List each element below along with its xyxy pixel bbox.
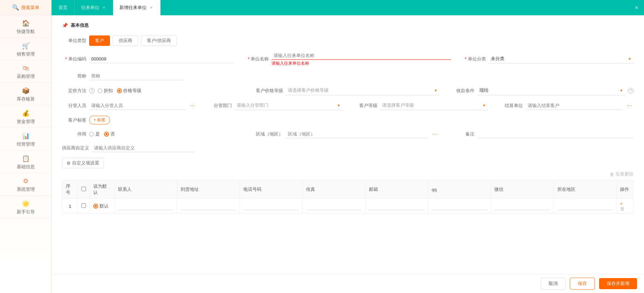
manager-more-btn[interactable]: ··· <box>189 103 197 109</box>
cell-qq <box>428 199 490 214</box>
unit-category-label: 单位分类 <box>462 56 486 62</box>
qq-input[interactable] <box>432 202 487 210</box>
row-add-btn[interactable]: + <box>620 201 623 206</box>
sidebar-item-sales[interactable]: 🛒 销售管理 <box>0 38 51 60</box>
custom-settings-button[interactable]: ⚙ 自定义项设置 <box>62 158 104 168</box>
batch-delete-area: 🗑 批量删除 <box>62 171 634 177</box>
fax-input[interactable] <box>306 202 361 210</box>
unit-type-buttons: 客户 供应商 客户/供应商 <box>89 35 177 46</box>
pricing-help-icon[interactable]: ? <box>89 88 95 93</box>
customer-level-placeholder: 请选择客户等级 <box>382 102 414 108</box>
disable-region-row: 停用 是 否 区域（地区） ··· <box>62 130 634 138</box>
pin-icon: 📌 <box>62 23 68 28</box>
wechat-input[interactable] <box>494 202 550 210</box>
sidebar-search[interactable]: 🔍 搜索菜单 <box>0 0 51 15</box>
unit-category-select[interactable]: 未分类 ▼ <box>489 54 634 64</box>
contact-table: 序号 设为默认 联系人 到货地址 电话号码 传真 邮箱 qq 微信 所在地区 操… <box>62 180 634 214</box>
payment-terms-select[interactable]: 现结 ▼ <box>477 86 625 95</box>
sidebar-item-label: 经营管理 <box>17 141 35 147</box>
row-checkbox[interactable] <box>81 203 86 208</box>
unit-btn-supplier[interactable]: 供应商 <box>113 35 138 46</box>
save-button[interactable]: 保存 <box>570 278 595 290</box>
remark-label: 备注 <box>450 131 474 137</box>
sidebar-item-inventory[interactable]: 📦 库存核算 <box>0 83 51 105</box>
row-region-input[interactable] <box>557 202 613 210</box>
cell-phone <box>240 199 303 214</box>
region-more-btn[interactable]: ··· <box>431 131 439 137</box>
col-contact: 联系人 <box>114 180 177 199</box>
sidebar-item-label: 资金管理 <box>17 119 35 125</box>
save-new-button[interactable]: 保存并新增 <box>599 278 637 289</box>
contact-input[interactable] <box>118 202 173 210</box>
tab-bar-close-all[interactable]: × <box>629 4 644 11</box>
address-input[interactable] <box>181 202 236 210</box>
radio-disable-yes[interactable]: 是 <box>89 131 100 137</box>
customer-price-level-select[interactable]: 请选择客户价格等级 ▼ <box>286 86 439 95</box>
region-input[interactable] <box>286 130 428 138</box>
radio-discount-label: 折扣 <box>104 88 113 94</box>
supplier-custom-input[interactable] <box>92 144 194 152</box>
remark-input[interactable] <box>477 130 634 138</box>
dept-placeholder: 请输入分管部门 <box>237 102 268 108</box>
unit-name-input[interactable] <box>272 51 451 60</box>
unit-category-group: 单位分类 未分类 ▼ <box>462 54 634 64</box>
sidebar-item-operations[interactable]: 📊 经营管理 <box>0 128 51 150</box>
bag-icon: 🛍 <box>23 65 29 72</box>
col-qq: qq <box>428 180 490 199</box>
dept-select[interactable]: 请输入分管部门 ▼ <box>235 101 343 110</box>
cell-contact <box>114 199 177 214</box>
unit-btn-both[interactable]: 客户/供应商 <box>141 35 177 46</box>
sidebar-item-label: 系统管理 <box>17 186 35 193</box>
main-area: 首页 往来单位 × 新增往来单位 × × 📌 基本信息 单位类型 客户 供应商 … <box>52 0 644 293</box>
tab-home-label: 首页 <box>58 5 68 11</box>
short-name-input[interactable] <box>89 72 184 80</box>
email-input[interactable] <box>369 202 424 210</box>
tag-label: 客户标签 <box>62 117 86 123</box>
select-all-checkbox[interactable] <box>81 187 86 191</box>
custom-settings-row: ⚙ 自定义项设置 <box>62 158 634 168</box>
col-region: 所在地区 <box>553 180 616 199</box>
col-phone: 电话号码 <box>240 180 303 199</box>
unit-btn-customer[interactable]: 客户 <box>89 35 110 46</box>
tab-home[interactable]: 首页 <box>52 0 75 15</box>
col-address: 到货地址 <box>177 180 239 199</box>
dept-label: 分管部门 <box>207 103 232 109</box>
radio-discount[interactable]: 折扣 <box>97 88 113 94</box>
radio-disable-yes-circle <box>89 132 94 137</box>
region-label: 区域（地区） <box>256 131 283 137</box>
sidebar-item-quick-nav[interactable]: 🏠 快捷导航 <box>0 15 51 38</box>
customer-level-select[interactable]: 请选择客户等级 ▼ <box>380 101 488 110</box>
tab-new-partner[interactable]: 新增往来单位 × <box>113 0 160 15</box>
radio-disable-yes-label: 是 <box>95 131 100 137</box>
sidebar-item-basic-info[interactable]: 📋 基础信息 <box>0 150 51 173</box>
cancel-button[interactable]: 取消 <box>541 278 566 290</box>
sidebar-item-label: 库存核算 <box>17 96 35 102</box>
settlement-unit-input[interactable] <box>526 101 622 110</box>
batch-delete-label[interactable]: 批量删除 <box>615 171 634 177</box>
sidebar-item-finance[interactable]: 💰 资金管理 <box>0 105 51 128</box>
tab-new-partner-close[interactable]: × <box>149 5 154 11</box>
payment-terms-group: 收款条件 现结 ▼ ? <box>450 86 634 95</box>
tab-partners[interactable]: 往来单位 × <box>75 0 113 15</box>
category-arrow-icon: ▼ <box>628 57 631 61</box>
sidebar-item-label: 基础信息 <box>17 164 35 170</box>
search-icon: 🔍 <box>12 4 19 11</box>
radio-disable-no[interactable]: 否 <box>104 131 115 137</box>
row-default-radio[interactable]: 默认 <box>93 203 110 209</box>
sidebar-item-purchase[interactable]: 🛍 采购管理 <box>0 60 51 83</box>
sidebar-item-system[interactable]: ⚙ 系统管理 <box>0 173 51 196</box>
settlement-unit-more-btn[interactable]: ··· <box>625 103 634 109</box>
short-name-label: 简称 <box>62 73 86 79</box>
tab-partners-label: 往来单位 <box>81 5 99 11</box>
unit-code-input[interactable] <box>89 55 234 63</box>
row-delete-btn[interactable]: 🗑 <box>620 206 625 211</box>
tab-partners-close[interactable]: × <box>101 5 107 11</box>
radio-price-level[interactable]: 价格等级 <box>117 88 141 94</box>
payment-terms-help-icon[interactable]: ? <box>628 88 634 93</box>
add-tag-button[interactable]: + 标签 <box>89 116 110 124</box>
phone-input[interactable] <box>243 202 299 210</box>
settlement-unit-group: 结算单位 ··· <box>498 101 634 110</box>
manager-input[interactable] <box>89 101 186 110</box>
sidebar-item-beginner[interactable]: 🌟 新手引导 <box>0 196 51 218</box>
chart-icon: 📊 <box>22 132 30 140</box>
